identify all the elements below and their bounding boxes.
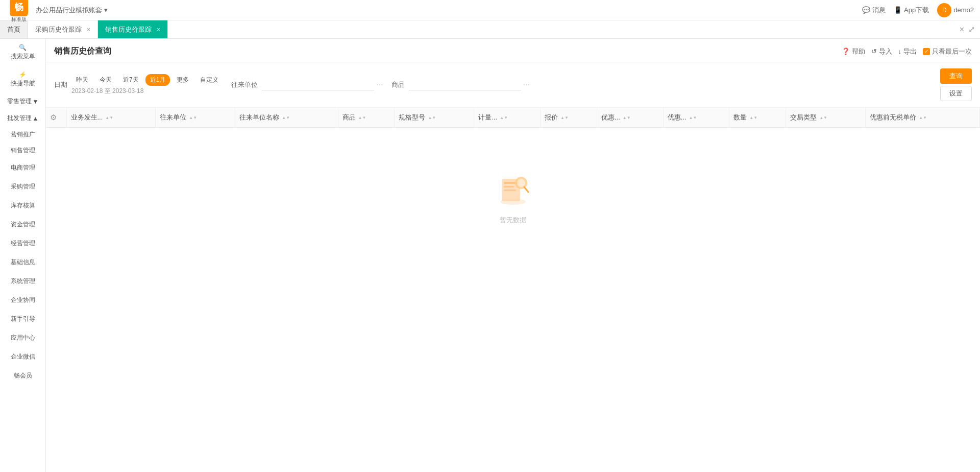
col-discount2[interactable]: 优惠... ▲▼ — [663, 108, 729, 128]
export-label: 导出 — [903, 47, 917, 56]
message-btn[interactable]: 💬 消息 — [862, 6, 886, 15]
export-btn[interactable]: ↓ 导出 — [898, 47, 917, 56]
close-all-tabs-btn[interactable]: × — [960, 25, 964, 34]
col-pretax-price[interactable]: 优惠前无税单价 ▲▼ — [866, 108, 980, 128]
goods-input[interactable] — [409, 79, 521, 90]
col-partner-name[interactable]: 往来单位名称 ▲▼ — [235, 108, 338, 128]
sort-partner-name-icon: ▲▼ — [282, 115, 290, 120]
table-container: ⚙ 业务发生... ▲▼ 往来单位 — [46, 108, 980, 266]
tab-home[interactable]: 首页 — [0, 20, 28, 38]
tab-purchase-history-label: 采购历史价跟踪 — [35, 25, 82, 34]
sidebar-item-enterprise-collab[interactable]: 企业协同 — [0, 291, 45, 310]
svg-rect-3 — [504, 186, 514, 187]
partner-dots-btn[interactable]: ··· — [376, 80, 383, 89]
date-btn-today[interactable]: 今天 — [95, 74, 116, 86]
settings-gear-icon[interactable]: ⚙ — [50, 113, 57, 122]
col-quantity[interactable]: 数量 ▲▼ — [729, 108, 786, 128]
col-partner-code[interactable]: 往来单位 ▲▼ — [156, 108, 235, 128]
page-header: 销售历史价查询 ❓ 帮助 ↺ 导入 ↓ 导出 ✓ — [46, 39, 980, 62]
import-btn[interactable]: ↺ 导入 — [871, 47, 892, 56]
partner-label: 往来单位 — [231, 80, 258, 89]
query-button[interactable]: 查询 — [940, 68, 972, 84]
wholesale-mgmt-arrow-icon: ▲ — [33, 115, 39, 122]
sidebar-label-enterprise-collab: 企业协同 — [11, 296, 35, 304]
sidebar-item-marketing[interactable]: 营销推广 — [0, 127, 45, 143]
col-goods[interactable]: 商品 ▲▼ — [338, 108, 395, 128]
sort-trade-type-icon: ▲▼ — [819, 115, 827, 120]
sidebar-item-quick-nav[interactable]: ⚡ 快捷导航 — [0, 66, 45, 93]
col-quote[interactable]: 报价 ▲▼ — [541, 108, 597, 128]
sidebar-item-enterprise-wechat[interactable]: 企业微信 — [0, 347, 45, 366]
settings-button[interactable]: 设置 — [940, 86, 972, 101]
only-last-checkbox[interactable]: ✓ 只看最后一次 — [923, 47, 972, 56]
sidebar-label-marketing: 营销推广 — [11, 131, 35, 138]
app-selector-label: 办公用品行业模拟账套 — [36, 6, 102, 15]
date-filter-col: 昨天 今天 近7天 近1月 更多 自定义 2023-02-18 至 2023-0… — [71, 74, 223, 96]
tab-sales-history-label: 销售历史价跟踪 — [105, 25, 152, 34]
sidebar-label-operations: 经营管理 — [11, 239, 35, 248]
goods-filter-group: 商品 ··· — [391, 79, 530, 90]
date-btn-more[interactable]: 更多 — [172, 74, 193, 86]
tab-purchase-history[interactable]: 采购历史价跟踪 × — [28, 20, 98, 38]
tab-purchase-history-close[interactable]: × — [87, 27, 90, 33]
sidebar-label-quick-nav: 快捷导航 — [11, 79, 35, 88]
sidebar-item-wholesale-mgmt[interactable]: 批发管理 ▲ — [0, 110, 45, 127]
col-biz-date[interactable]: 业务发生... ▲▼ — [66, 108, 156, 128]
sort-discount2-icon: ▲▼ — [689, 115, 697, 120]
sidebar-item-operations[interactable]: 经营管理 — [0, 234, 45, 253]
help-btn[interactable]: ❓ 帮助 — [842, 47, 865, 56]
export-icon: ↓ — [898, 48, 902, 55]
topbar-left: 畅 标准版 办公用品行业模拟账套 ▾ — [6, 1, 108, 19]
col-trade-type[interactable]: 交易类型 ▲▼ — [786, 108, 866, 128]
tab-sales-history[interactable]: 销售历史价跟踪 × — [98, 20, 168, 38]
col-discount1[interactable]: 优惠... ▲▼ — [597, 108, 663, 128]
goods-label: 商品 — [391, 80, 405, 89]
date-btn-yesterday[interactable]: 昨天 — [71, 74, 93, 86]
date-btn-custom[interactable]: 自定义 — [195, 74, 223, 86]
sidebar-item-ecommerce[interactable]: 电商管理 — [0, 158, 45, 177]
sidebar-item-finance[interactable]: 资金管理 — [0, 215, 45, 234]
svg-point-6 — [517, 179, 525, 187]
sidebar-item-system-mgmt[interactable]: 系统管理 — [0, 272, 45, 291]
sidebar-item-beginner-guide[interactable]: 新手引导 — [0, 310, 45, 328]
expand-btn[interactable]: ⤢ — [968, 25, 975, 34]
sidebar-label-retail-mgmt: 零售管理 — [7, 97, 32, 106]
app-selector[interactable]: 办公用品行业模拟账套 ▾ — [36, 6, 108, 15]
user-name: demo2 — [953, 6, 974, 14]
sidebar-item-basic-info[interactable]: 基础信息 — [0, 253, 45, 272]
sidebar-item-purchase[interactable]: 采购管理 — [0, 177, 45, 196]
page-header-actions: ❓ 帮助 ↺ 导入 ↓ 导出 ✓ 只看最后一次 — [842, 47, 972, 56]
import-icon: ↺ — [871, 48, 877, 55]
sidebar-item-member[interactable]: 畅会员 — [0, 366, 45, 385]
col-unit[interactable]: 计量... ▲▼ — [474, 108, 541, 128]
sidebar-item-retail-mgmt[interactable]: 零售管理 ▼ — [0, 93, 45, 110]
retail-mgmt-arrow-icon: ▼ — [33, 98, 39, 105]
sidebar-label-wholesale-mgmt: 批发管理 — [7, 114, 32, 123]
sidebar-item-sales-mgmt[interactable]: 销售管理 — [0, 143, 45, 158]
table-header-row: ⚙ 业务发生... ▲▼ 往来单位 — [46, 108, 980, 128]
sidebar-label-search-menu: 搜索菜单 — [11, 52, 35, 61]
app-download-btn[interactable]: 📱 App下载 — [894, 6, 929, 15]
col-settings[interactable]: ⚙ — [46, 108, 66, 128]
sort-biz-date-icon: ▲▼ — [105, 115, 113, 120]
date-btn-7days[interactable]: 近7天 — [118, 74, 143, 86]
checkbox-checked-icon: ✓ — [923, 48, 930, 55]
page-title: 销售历史价查询 — [54, 46, 111, 57]
sidebar-label-system-mgmt: 系统管理 — [11, 277, 35, 286]
sidebar-item-search-menu[interactable]: 🔍 搜索菜单 — [0, 39, 45, 66]
empty-state: 暂无数据 — [46, 128, 980, 266]
date-btn-1month[interactable]: 近1月 — [145, 74, 170, 86]
sort-quantity-icon: ▲▼ — [749, 115, 757, 120]
layout: 🔍 搜索菜单 ⚡ 快捷导航 零售管理 ▼ 批发管理 ▲ 营销推广 销售管理 电商… — [0, 39, 980, 472]
sidebar-item-app-center[interactable]: 应用中心 — [0, 328, 45, 347]
goods-dots-btn[interactable]: ··· — [523, 80, 530, 89]
help-icon: ❓ — [842, 48, 850, 55]
partner-input[interactable] — [262, 79, 374, 90]
help-label: 帮助 — [852, 47, 865, 56]
col-spec[interactable]: 规格型号 ▲▼ — [395, 108, 474, 128]
topbar-right: 💬 消息 📱 App下载 D demo2 — [862, 3, 974, 17]
sidebar-item-inventory[interactable]: 库存核算 — [0, 196, 45, 215]
user-profile[interactable]: D demo2 — [937, 3, 974, 17]
page-container: 销售历史价查询 ❓ 帮助 ↺ 导入 ↓ 导出 ✓ — [46, 39, 980, 472]
tab-sales-history-close[interactable]: × — [157, 27, 160, 33]
